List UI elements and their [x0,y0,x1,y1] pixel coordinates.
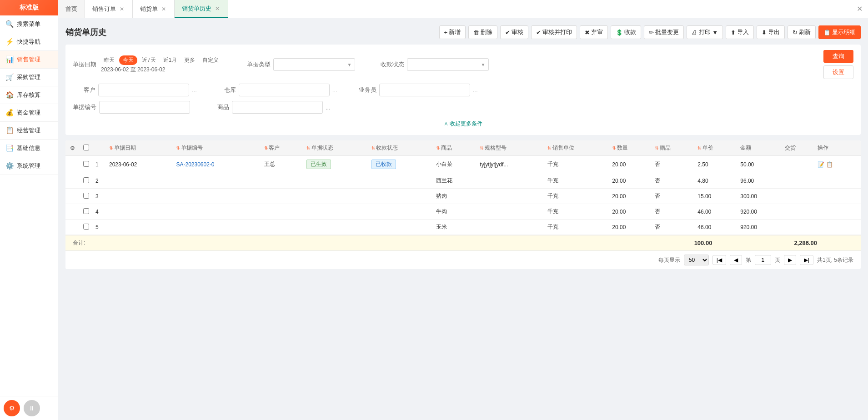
row-product: 西兰花 [433,173,477,189]
customer-input[interactable] [98,84,189,96]
row-gear[interactable] [65,173,79,189]
row-checkbox[interactable] [83,224,89,230]
btn-approve-print[interactable]: ✔审核并打印 [531,25,577,39]
import-icon: ⬆ [731,29,736,36]
sidebar-item-sales[interactable]: 📊 销售管理 [0,51,58,69]
customer-label: 客户 [73,86,95,94]
setting-button[interactable]: 设置 [823,65,853,79]
btn-unapprove[interactable]: ✖弃审 [580,25,608,39]
shortcut-7days[interactable]: 近7天 [139,55,159,65]
warehouse-more-icon[interactable]: ... [332,87,337,94]
row-spec [477,189,545,204]
sidebar-item-inventory[interactable]: 🏠 库存核算 [0,86,58,104]
row-checkbox[interactable] [83,161,89,167]
btn-approve[interactable]: ✔审核 [500,25,528,39]
sidebar-pause-button[interactable]: ⏸ [24,400,40,416]
customer-more-icon[interactable]: ... [192,87,197,94]
no-col-header[interactable]: 单据编号 [173,140,261,156]
spec-col-header[interactable]: 规格型号 [477,140,545,156]
row-action-button[interactable]: 📝 [818,161,824,168]
docno-label: 单据编号 [73,103,96,111]
tab-sales-order[interactable]: 销售订单 ✕ [85,0,133,18]
row-action-button[interactable]: 📋 [826,161,833,168]
tab-sales-goods[interactable]: 销货单 ✕ [133,0,175,18]
tab-home[interactable]: 首页 [58,0,85,18]
row-gear[interactable] [65,156,79,173]
sidebar-item-basic[interactable]: 📑 基础信息 [0,140,58,157]
btn-export[interactable]: ⬇导出 [757,25,785,39]
product-col-header[interactable]: 商品 [433,140,477,156]
shortcut-more[interactable]: 更多 [181,55,198,65]
salesperson-more-icon[interactable]: ... [473,87,478,94]
row-checkbox[interactable] [83,208,89,214]
select-all-checkbox[interactable] [83,145,89,150]
page-last-button[interactable]: ▶| [800,255,813,265]
gear-col-header[interactable]: ⚙ [65,140,79,156]
customer-col-header[interactable]: 客户 [261,140,304,156]
page-first-button[interactable]: |◀ [712,255,726,265]
warehouse-input[interactable] [239,84,330,96]
tab-sales-goods-close[interactable]: ✕ [161,5,167,13]
page-next-button[interactable]: ▶ [784,255,796,265]
product-input[interactable] [232,101,323,114]
btn-batch-change[interactable]: ✏批量变更 [644,25,684,39]
date-col-header[interactable]: 单据日期 [106,140,173,156]
row-gift: 否 [652,173,695,189]
paystatus-select[interactable] [407,58,489,71]
sidebar-item-purchase[interactable]: 🛒 采购管理 [0,69,58,86]
btn-show-detail[interactable]: 📋显示明细 [818,25,861,39]
paystatus-col-header[interactable]: 收款状态 [369,140,433,156]
row-checkbox-cell[interactable] [79,173,93,189]
shortcut-1month[interactable]: 近1月 [161,55,180,65]
unit-col-header[interactable]: 销售单位 [545,140,609,156]
page-input[interactable] [755,255,771,265]
btn-add[interactable]: +新增 [439,25,466,39]
row-gift: 否 [652,204,695,220]
row-checkbox-cell[interactable] [79,204,93,220]
tab-sales-order-close[interactable]: ✕ [119,5,125,13]
row-checkbox[interactable] [83,177,89,183]
doctype-select[interactable] [273,58,355,71]
row-gear[interactable] [65,204,79,220]
shortcut-custom[interactable]: 自定义 [200,55,221,65]
row-no [173,189,261,204]
sidebar-item-label: 快捷导航 [17,38,40,46]
gift-col-header[interactable]: 赠品 [652,140,695,156]
window-close-button[interactable]: ✕ [857,5,868,13]
sidebar-item-quick[interactable]: ⚡ 快捷导航 [0,33,58,51]
row-checkbox-cell[interactable] [79,156,93,173]
sidebar-item-system[interactable]: ⚙️ 系统管理 [0,157,58,175]
btn-refresh[interactable]: ↻刷新 [788,25,816,39]
page-prev-button[interactable]: ◀ [730,255,742,265]
row-delivery [782,204,815,220]
salesperson-input[interactable] [379,84,470,96]
btn-print[interactable]: 🖨打印▼ [687,25,723,39]
btn-import[interactable]: ⬆导入 [726,25,754,39]
sidebar-item-operation[interactable]: 📋 经营管理 [0,122,58,140]
row-checkbox-cell[interactable] [79,220,93,235]
row-checkbox[interactable] [83,193,89,199]
shortcut-today[interactable]: 今天 [119,55,137,65]
row-gear[interactable] [65,189,79,204]
sidebar-item-finance[interactable]: 💰 资金管理 [0,104,58,122]
shortcut-yesterday[interactable]: 昨天 [101,55,117,65]
search-button[interactable]: 查询 [823,50,853,63]
row-gear[interactable] [65,220,79,235]
tab-sales-history-close[interactable]: ✕ [214,5,221,12]
row-actions [815,173,861,189]
per-page-select[interactable]: 50 100 200 [684,255,709,265]
checkbox-col-header[interactable] [79,140,93,156]
docstatus-col-header[interactable]: 单据状态 [304,140,368,156]
sidebar-item-search[interactable]: 🔍 搜索菜单 [0,15,58,33]
row-customer [261,204,304,220]
product-more-icon[interactable]: ... [326,104,331,111]
docno-input[interactable] [99,101,190,114]
sidebar-gear-button[interactable]: ⚙ [4,400,20,416]
qty-col-header[interactable]: 数量 [609,140,652,156]
price-col-header[interactable]: 单价 [695,140,738,156]
collapse-button[interactable]: ∧ 收起更多条件 [73,118,853,130]
row-checkbox-cell[interactable] [79,189,93,204]
tab-sales-history[interactable]: 销货单历史 ✕ [175,0,228,18]
btn-delete[interactable]: 🗑删除 [468,25,497,39]
btn-collect[interactable]: 💲收款 [611,25,641,39]
